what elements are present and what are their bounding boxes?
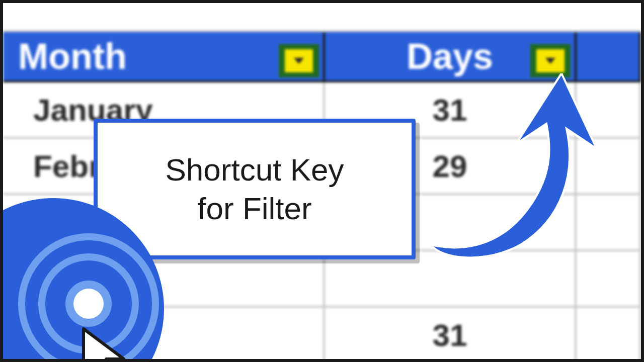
callout-box: Shortcut Key for Filter xyxy=(94,119,416,259)
filter-button-days[interactable] xyxy=(530,44,571,77)
cell-extra[interactable] xyxy=(577,308,641,362)
callout-line2: for Filter xyxy=(166,189,344,228)
blank-top-row xyxy=(3,3,641,32)
header-label: Month xyxy=(18,36,127,77)
cell-days[interactable]: 31 xyxy=(325,308,577,362)
cursor-icon xyxy=(78,324,139,362)
logo-center-icon xyxy=(73,289,104,319)
dropdown-icon xyxy=(294,58,304,64)
column-header-month[interactable]: Month xyxy=(3,32,325,80)
callout-line1: Shortcut Key xyxy=(166,150,344,190)
dropdown-icon xyxy=(545,58,555,64)
filter-button-month[interactable] xyxy=(279,44,319,77)
callout-arrow-icon xyxy=(411,73,602,275)
header-label: Days xyxy=(407,36,493,77)
